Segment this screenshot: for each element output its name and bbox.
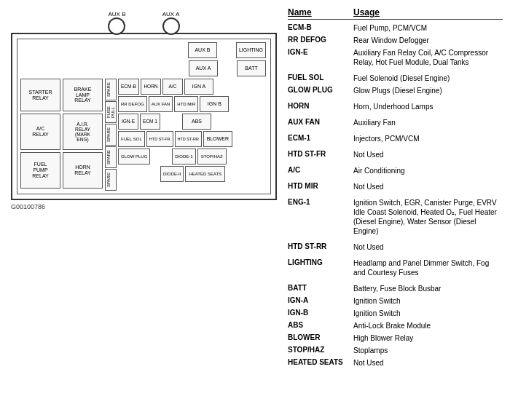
fuse-ign-a: IGN A bbox=[184, 79, 213, 95]
table-row: ECM-BFuel Pump, PCM/VCM bbox=[288, 22, 503, 34]
spare-fuse-3: SPARE bbox=[105, 146, 117, 168]
ac-relay: A/CRELAY bbox=[20, 114, 60, 150]
fuse-ac-f: A/C bbox=[162, 79, 183, 95]
row-usage: Not Used bbox=[353, 242, 503, 252]
row-name: AUX FAN bbox=[288, 118, 353, 126]
table-row: BATTBattery, Fuse Block Busbar bbox=[288, 282, 503, 295]
fuse-grid: ECM-B HORN A/C IGN A RR DEFOG AUX FAN HT… bbox=[118, 79, 267, 191]
row-name: STOP/HAZ bbox=[288, 346, 353, 354]
row-usage: Ignition Switch bbox=[353, 296, 503, 306]
spare-fuse-1: SPARE bbox=[105, 79, 117, 100]
table-row: IGN-BIgnition Switch bbox=[288, 307, 503, 320]
row-name: GLOW PLUG bbox=[288, 86, 353, 94]
fuse-puller: FUSEPULL bbox=[105, 101, 117, 123]
fuse-diode-1: DIODE-1 bbox=[172, 148, 195, 165]
row-name: BLOWER bbox=[288, 333, 353, 341]
table-row: HTD ST-FRNot Used bbox=[288, 148, 503, 161]
fuse-diagram: AUX B AUX A AUX B LIGHTING AUX A bbox=[0, 0, 284, 420]
fuse-abs: ABS bbox=[182, 114, 211, 130]
table-row: ECM-1Injectors, PCM/VCM bbox=[288, 132, 503, 145]
row-name: BATT bbox=[288, 284, 353, 292]
middle-section: SPARE FUSEPULL SPARE SPARE SPARE ECM-B H… bbox=[105, 79, 267, 191]
row-usage: Glow Plugs (Diesel Engine) bbox=[353, 86, 503, 95]
fuse-horn-f: HORN bbox=[141, 79, 161, 95]
fuse-ecm-b: ECM-B bbox=[118, 79, 139, 95]
row-usage: Not Used bbox=[353, 182, 503, 191]
connector-aux-a: AUX A bbox=[162, 11, 180, 35]
air-relay: A.I.R.RELAY(MARKENG) bbox=[63, 114, 103, 150]
row-name: IGN-B bbox=[288, 309, 353, 317]
table-row: IGN-AIgnition Switch bbox=[288, 295, 503, 307]
horn-relay: HORNRELAY bbox=[63, 152, 103, 189]
table-row: HTD MIRNot Used bbox=[288, 181, 503, 193]
row-usage: Air Conditioning bbox=[353, 166, 503, 175]
row-name: RR DEFOG bbox=[288, 36, 353, 44]
row-name: ECM-1 bbox=[288, 134, 353, 142]
relay-column-left: STARTERRELAY A/CRELAY FUELPUMPRELAY bbox=[20, 79, 60, 191]
table-row: IGN-EAuxiliary Fan Relay Coil, A/C Compr… bbox=[288, 47, 503, 68]
row-usage: Auxiliary Fan bbox=[353, 118, 503, 127]
table-row: FUEL SOLFuel Solenoid (Diesel Engine) bbox=[288, 72, 503, 84]
fuse-aux-a: AUX A bbox=[189, 60, 218, 76]
aux-b-connector bbox=[108, 17, 125, 35]
row-name: LIGHTING bbox=[288, 258, 353, 266]
relay-column-2: BRAKELAMPRELAY A.I.R.RELAY(MARKENG) HORN… bbox=[63, 79, 103, 191]
table-row: A/CAir Conditioning bbox=[288, 165, 503, 177]
header-name: Name bbox=[288, 7, 353, 17]
fuse-ign-b: IGN B bbox=[200, 96, 229, 112]
row-name: ABS bbox=[288, 321, 353, 329]
row-usage: Not Used bbox=[353, 358, 503, 368]
row-usage: Anti-Lock Brake Module bbox=[353, 321, 503, 330]
fuse-heated-seats: HEATED SEATS bbox=[185, 166, 225, 182]
fuse-aux-b: AUX B bbox=[188, 42, 217, 58]
table-row: HTD ST-RRNot Used bbox=[288, 241, 503, 253]
table-row: HORNHorn, Underhood Lamps bbox=[288, 100, 503, 113]
table-row: BLOWERHigh Blower Relay bbox=[288, 332, 503, 344]
spare-fuse-2: SPARE bbox=[105, 124, 117, 146]
row-usage: Headlamp and Panel Dimmer Switch, Fog an… bbox=[353, 258, 503, 277]
fuse-htd-st-fr: HTD ST-FR bbox=[146, 131, 173, 147]
diagram-id: G00100786 bbox=[11, 203, 277, 210]
fuse-aux-fan: AUX FAN bbox=[149, 96, 173, 112]
row-name: HTD MIR bbox=[288, 182, 353, 190]
row-name: HEATED SEATS bbox=[288, 358, 353, 366]
row-usage: Auxiliary Fan Relay Coil, A/C Compressor… bbox=[353, 48, 503, 67]
row-name: ENG-1 bbox=[288, 198, 353, 206]
row-name: HORN bbox=[288, 102, 353, 110]
fuse-ign-e: IGN-E bbox=[118, 114, 138, 130]
fuse-lighting: LIGHTING bbox=[236, 42, 266, 58]
fuse-box-outer: AUX B LIGHTING AUX A BATT STARTERRELAY A… bbox=[11, 33, 277, 200]
header-usage: Usage bbox=[353, 7, 503, 17]
row-name: IGN-E bbox=[288, 48, 353, 56]
row-name: HTD ST-FR bbox=[288, 150, 353, 158]
row-name: ECM-B bbox=[288, 23, 353, 31]
table-row: ABSAnti-Lock Brake Module bbox=[288, 320, 503, 332]
row-usage: Not Used bbox=[353, 150, 503, 159]
fuse-ecm-1: ECM 1 bbox=[140, 114, 160, 130]
table-row: RR DEFOGRear Window Defogger bbox=[288, 34, 503, 47]
row-usage: Injectors, PCM/VCM bbox=[353, 134, 503, 143]
row-name: IGN-A bbox=[288, 296, 353, 304]
table-row: STOP/HAZStoplamps bbox=[288, 344, 503, 357]
fuse-diode-2: DIODE-II bbox=[160, 166, 184, 182]
fuse-htd-mir: HTD MIR bbox=[174, 96, 198, 112]
row-name: HTD ST-RR bbox=[288, 242, 353, 250]
fuse-htd-st-rr: HTD ST-RR bbox=[175, 131, 202, 147]
fuse-fuel-sol: FUEL SOL bbox=[118, 131, 145, 147]
table-header: Name Usage bbox=[288, 7, 503, 20]
row-name: FUEL SOL bbox=[288, 74, 353, 82]
table-body: ECM-BFuel Pump, PCM/VCMRR DEFOGRear Wind… bbox=[288, 22, 503, 369]
fuse-stop-haz: STOP/HAZ bbox=[197, 148, 227, 165]
brake-lamp-relay: BRAKELAMPRELAY bbox=[63, 79, 103, 111]
row-usage: Stoplamps bbox=[353, 346, 503, 355]
spare-strip: SPARE FUSEPULL SPARE SPARE SPARE bbox=[105, 79, 117, 191]
row-usage: High Blower Relay bbox=[353, 333, 503, 343]
fuse-glow-plug: GLOW PLUG bbox=[118, 148, 150, 165]
fuse-blower: BLOWER bbox=[203, 131, 232, 147]
table-row: GLOW PLUGGlow Plugs (Diesel Engine) bbox=[288, 84, 503, 97]
fuse-table: Name Usage ECM-BFuel Pump, PCM/VCMRR DEF… bbox=[284, 0, 510, 420]
row-usage: Fuel Pump, PCM/VCM bbox=[353, 23, 503, 33]
row-usage: Battery, Fuse Block Busbar bbox=[353, 284, 503, 293]
aux-a-connector bbox=[162, 17, 180, 35]
row-name: A/C bbox=[288, 166, 353, 174]
